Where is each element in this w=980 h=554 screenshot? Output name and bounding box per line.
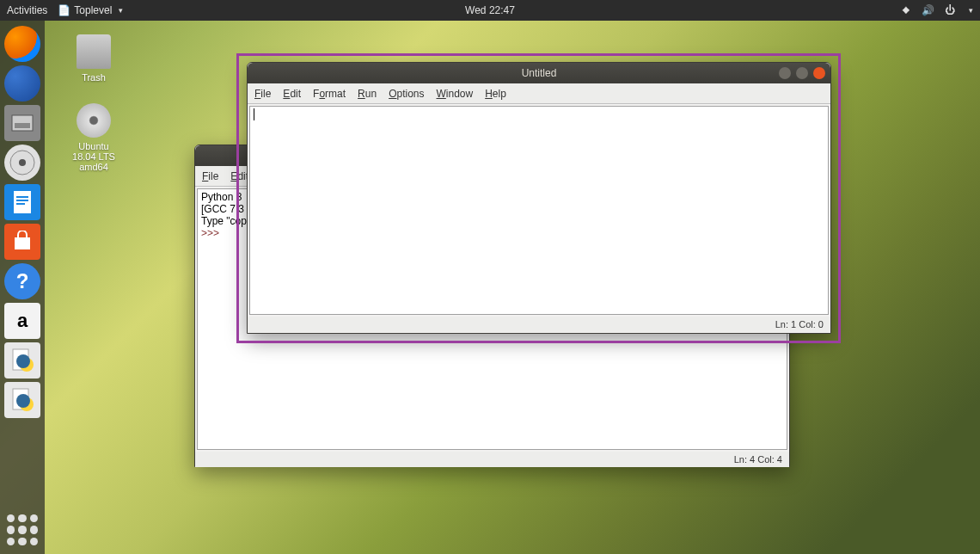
svg-point-3	[19, 159, 26, 166]
desktop-trash[interactable]: Trash	[66, 34, 121, 83]
editor-title: Untitled	[522, 67, 557, 79]
desktop-dvd[interactable]: Ubuntu 18.04 LTS amd64	[66, 103, 121, 172]
shell-prompt: >>>	[201, 227, 222, 239]
python-file-icon	[9, 387, 35, 413]
desktop-dvd-label: Ubuntu 18.04 LTS amd64	[66, 141, 121, 172]
svg-point-11	[16, 354, 30, 368]
shell-line3: Type "cop	[201, 215, 247, 227]
svg-rect-5	[16, 196, 28, 198]
clock[interactable]: Wed 22:47	[465, 4, 515, 16]
minimize-button[interactable]	[779, 67, 791, 79]
editor-text-area[interactable]	[249, 106, 829, 315]
menu-options[interactable]: Options	[389, 88, 424, 100]
chevron-down-icon: ▾	[969, 6, 973, 15]
power-icon[interactable]: ⏻	[945, 4, 955, 16]
idle-editor-window[interactable]: Untitled File Edit Format Run Options Wi…	[247, 62, 831, 334]
dock-idle-1[interactable]	[4, 342, 40, 379]
dock: ? a	[0, 21, 45, 554]
drawer-icon	[11, 114, 34, 132]
svg-rect-8	[15, 237, 30, 249]
dock-help[interactable]: ?	[4, 263, 40, 299]
show-applications-button[interactable]	[7, 514, 38, 545]
menu-edit[interactable]: Edit	[283, 88, 301, 100]
dock-files[interactable]	[4, 105, 40, 141]
svg-rect-7	[16, 203, 25, 205]
dock-thunderbird[interactable]	[4, 65, 40, 102]
text-cursor	[254, 108, 254, 120]
trash-icon	[77, 34, 111, 69]
maximize-button[interactable]	[796, 67, 808, 79]
svg-point-14	[16, 394, 30, 408]
close-button[interactable]	[813, 67, 825, 79]
shell-status-text: Ln: 4 Col: 4	[734, 454, 782, 465]
menu-file[interactable]: File	[254, 88, 271, 100]
volume-icon[interactable]: 🔊	[922, 4, 934, 16]
editor-statusbar: Ln: 1 Col: 0	[248, 317, 830, 332]
svg-rect-1	[15, 123, 30, 128]
python-file-icon	[9, 348, 35, 373]
menu-help[interactable]: Help	[485, 88, 506, 100]
menu-run[interactable]: Run	[358, 88, 377, 100]
dvd-icon	[77, 103, 111, 138]
bag-icon	[11, 231, 34, 253]
document-icon	[11, 189, 34, 215]
window-controls	[779, 67, 825, 79]
dock-firefox[interactable]	[4, 26, 40, 62]
editor-titlebar[interactable]: Untitled	[248, 63, 830, 83]
dock-rhythmbox[interactable]	[4, 145, 40, 181]
dock-libreoffice-writer[interactable]	[4, 184, 40, 220]
shell-menu-file[interactable]: File	[202, 170, 218, 182]
dock-amazon[interactable]: a	[4, 303, 40, 339]
gnome-top-bar: Activities 📄 Toplevel ▾ Wed 22:47 ⯁ 🔊 ⏻ …	[0, 0, 980, 21]
app-menu[interactable]: 📄 Toplevel ▾	[58, 4, 123, 16]
desktop-trash-label: Trash	[66, 72, 121, 83]
menu-window[interactable]: Window	[437, 88, 474, 100]
editor-menubar: File Edit Format Run Options Window Help	[248, 83, 830, 104]
shell-line1: Python 3	[201, 191, 242, 203]
disc-icon	[9, 150, 35, 175]
network-icon[interactable]: ⯁	[901, 4, 911, 16]
shell-menu-edit[interactable]: Edit	[230, 170, 248, 182]
dock-idle-2[interactable]	[4, 382, 40, 418]
chevron-down-icon: ▾	[119, 6, 123, 15]
app-menu-label: Toplevel	[74, 4, 112, 16]
shell-statusbar: Ln: 4 Col: 4	[195, 452, 789, 467]
editor-status-text: Ln: 1 Col: 0	[775, 319, 824, 329]
dock-ubuntu-software[interactable]	[4, 224, 40, 260]
svg-rect-6	[16, 200, 28, 201]
activities-button[interactable]: Activities	[7, 4, 47, 16]
shell-line2: [GCC 7.3	[201, 203, 244, 215]
app-icon: 📄	[58, 4, 70, 16]
menu-format[interactable]: Format	[313, 88, 346, 100]
svg-rect-4	[14, 191, 31, 213]
